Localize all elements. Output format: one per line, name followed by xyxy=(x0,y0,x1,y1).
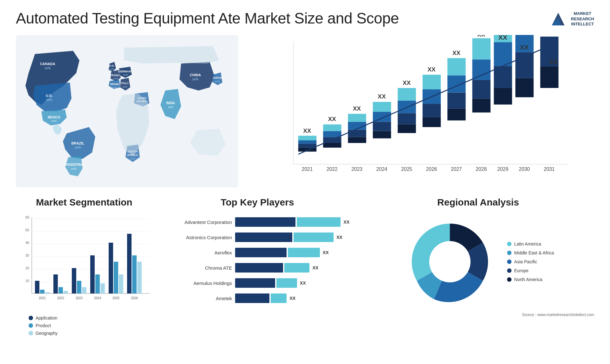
player-row-advantest: Advantest Corporation XX xyxy=(165,217,349,227)
svg-rect-75 xyxy=(447,75,465,92)
player-val: XX xyxy=(312,265,318,270)
svg-rect-46 xyxy=(323,125,341,131)
svg-text:JAPAN: JAPAN xyxy=(213,76,222,79)
svg-text:2025: 2025 xyxy=(401,166,412,172)
svg-rect-80 xyxy=(472,80,491,98)
svg-rect-92 xyxy=(515,78,533,98)
player-val: XX xyxy=(300,280,306,286)
player-bar-advantest: XX xyxy=(235,217,349,227)
svg-text:XX: XX xyxy=(328,116,336,122)
svg-rect-61 xyxy=(398,125,416,133)
svg-rect-131 xyxy=(95,274,100,293)
svg-rect-76 xyxy=(447,58,465,75)
svg-rect-135 xyxy=(114,262,118,293)
player-val: XX xyxy=(343,219,349,225)
svg-text:xx%: xx% xyxy=(112,86,117,89)
svg-rect-138 xyxy=(127,234,132,293)
legend-product: Product xyxy=(29,323,152,328)
svg-rect-62 xyxy=(398,113,416,124)
svg-text:FRANCE: FRANCE xyxy=(110,74,122,77)
svg-rect-63 xyxy=(398,101,416,113)
player-name-astronics: Astronics Corporation xyxy=(165,235,232,240)
bar-chart-section: XX 2021 XX 2022 XX 2023 xyxy=(251,35,594,187)
top-section: CANADA xx% U.S. xx% MEXICO xx% BRAZIL xx… xyxy=(16,35,594,187)
player-bar-dark xyxy=(235,263,283,273)
svg-text:xx%: xx% xyxy=(130,157,135,160)
svg-rect-134 xyxy=(109,243,113,293)
logo: MARKETRESEARCHINTELLECT xyxy=(549,10,594,29)
player-bar-astronics: XX xyxy=(235,233,349,242)
player-bar-dark xyxy=(235,293,269,303)
svg-rect-40 xyxy=(298,136,316,140)
logo-icon xyxy=(549,10,568,29)
header: Automated Testing Equipment Ate Market S… xyxy=(16,10,594,29)
svg-text:xx%: xx% xyxy=(109,68,114,71)
svg-rect-140 xyxy=(137,262,142,293)
svg-rect-120 xyxy=(45,292,50,293)
legend-label-geography: Geography xyxy=(36,331,58,336)
svg-text:GERMANY: GERMANY xyxy=(118,70,133,73)
player-bar-light xyxy=(276,278,297,288)
svg-text:2022: 2022 xyxy=(327,166,338,172)
svg-rect-64 xyxy=(398,88,416,101)
svg-rect-124 xyxy=(64,291,68,293)
svg-text:2026: 2026 xyxy=(131,296,138,300)
svg-text:BRAZIL: BRAZIL xyxy=(71,141,85,145)
svg-text:xx%: xx% xyxy=(45,66,51,70)
bottom-section: Market Segmentation 60 50 40 30 20 10 xyxy=(16,197,594,343)
player-val: XX xyxy=(289,296,295,301)
svg-text:xx%: xx% xyxy=(122,85,127,88)
legend-dot-north-america xyxy=(507,277,512,282)
svg-text:xx%: xx% xyxy=(168,105,173,109)
svg-rect-50 xyxy=(348,130,366,137)
donut-legend: Latin America Middle East & Africa Asia … xyxy=(507,241,554,282)
svg-text:XX: XX xyxy=(477,35,485,38)
player-val: XX xyxy=(336,235,342,240)
svg-text:xx%: xx% xyxy=(113,77,118,80)
legend-dot-application xyxy=(29,316,33,320)
svg-rect-52 xyxy=(348,114,366,122)
donut-chart xyxy=(402,214,498,309)
legend-dot-asia-pacific xyxy=(507,260,512,264)
svg-text:xx%: xx% xyxy=(193,78,199,81)
svg-text:xx%: xx% xyxy=(51,119,57,123)
player-bar-light xyxy=(284,263,309,273)
svg-text:ITALY: ITALY xyxy=(121,82,129,85)
player-bar-dark xyxy=(235,233,292,242)
legend-dot-latin-america xyxy=(507,242,512,246)
svg-rect-126 xyxy=(72,268,76,293)
player-name-ametek: Ametek xyxy=(165,296,232,301)
bar-chart-svg: XX 2021 XX 2022 XX 2023 xyxy=(251,35,594,187)
legend-dot-geography xyxy=(29,331,33,335)
svg-text:2022: 2022 xyxy=(57,296,64,300)
player-bar-light xyxy=(294,233,334,242)
legend-geography: Geography xyxy=(29,331,152,336)
player-bar-dark xyxy=(235,278,275,288)
svg-text:2028: 2028 xyxy=(476,166,487,172)
legend-dot-europe xyxy=(507,268,512,273)
svg-text:2023: 2023 xyxy=(76,296,83,300)
svg-rect-86 xyxy=(494,66,512,88)
donut-container: Latin America Middle East & Africa Asia … xyxy=(362,214,594,309)
svg-rect-43 xyxy=(323,143,341,148)
player-row-aemulus: Aemulus Holdings XX xyxy=(165,278,349,288)
svg-rect-37 xyxy=(298,148,316,152)
svg-text:XX: XX xyxy=(549,58,558,65)
players-list: Advantest Corporation XX Astronics Corpo… xyxy=(165,214,349,303)
svg-rect-96 xyxy=(540,66,558,88)
logo-text: MARKETRESEARCHINTELLECT xyxy=(571,11,594,27)
svg-rect-123 xyxy=(58,287,63,293)
svg-text:10: 10 xyxy=(25,279,29,283)
legend-label-middle-east: Middle East & Africa xyxy=(514,250,554,255)
player-name-chroma: Chroma ATE xyxy=(165,265,232,271)
svg-text:2025: 2025 xyxy=(112,296,120,300)
player-name-advantest: Advantest Corporation xyxy=(165,219,232,225)
svg-rect-130 xyxy=(90,255,95,293)
svg-text:2029: 2029 xyxy=(497,166,508,172)
svg-rect-122 xyxy=(53,274,58,293)
svg-rect-55 xyxy=(373,131,391,138)
legend-label-north-america: North America xyxy=(514,277,542,282)
legend-north-america: North America xyxy=(507,277,554,282)
legend-middle-east-africa: Middle East & Africa xyxy=(507,250,554,255)
legend-asia-pacific: Asia Pacific xyxy=(507,259,554,264)
